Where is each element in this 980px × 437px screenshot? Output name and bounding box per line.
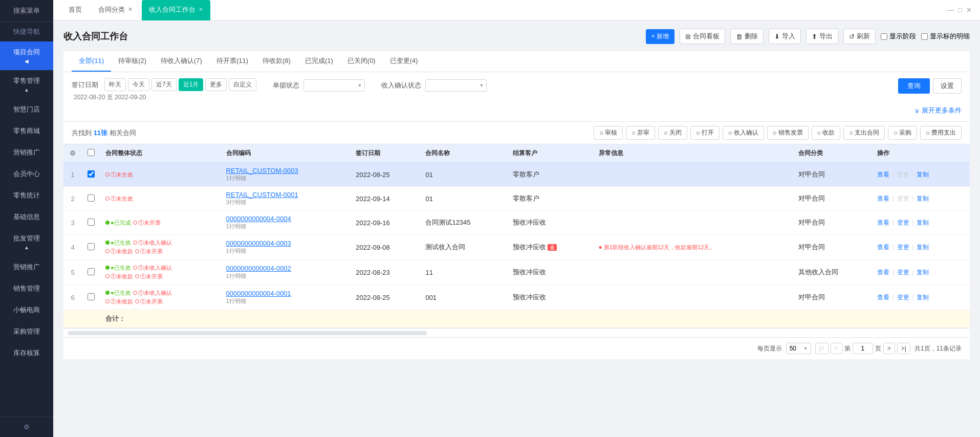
sidebar-settings-button[interactable]: ⚙ — [0, 417, 53, 437]
date-btn-7days[interactable]: 近7天 — [151, 78, 177, 91]
date-btn-today[interactable]: 今天 — [128, 78, 149, 91]
sidebar-search[interactable]: 搜索菜单 — [0, 0, 53, 22]
date-btn-yesterday[interactable]: 昨天 — [104, 78, 126, 91]
new-button[interactable]: + 新增 — [646, 29, 674, 44]
abandon-review-button[interactable]: ○ 弃审 — [626, 126, 655, 140]
sidebar-item-ecommerce[interactable]: 小畅电商 — [0, 299, 53, 321]
sidebar-item-marketing[interactable]: 营销推广 — [0, 142, 53, 163]
status-tab-pending-review[interactable]: 待审核(2) — [111, 51, 154, 72]
close-icon[interactable]: ✕ — [128, 6, 133, 13]
expand-filter-button[interactable]: ∨ 展开更多条件 — [914, 106, 962, 115]
sales-invoice-button[interactable]: ○ 销售发票 — [767, 126, 809, 140]
view-link[interactable]: 查看 — [877, 294, 889, 301]
import-button[interactable]: ⬇ 导入 — [769, 29, 801, 44]
expense-contract-button[interactable]: ○ 支出合同 — [843, 126, 885, 140]
view-link[interactable]: 查看 — [877, 171, 889, 178]
copy-link[interactable]: 复制 — [917, 171, 929, 178]
change-link[interactable]: 变更 — [897, 171, 909, 178]
sidebar-item-inventory[interactable]: 库存核算 — [0, 342, 53, 364]
show-detail-checkbox-label[interactable]: 显示标的明细 — [921, 32, 970, 41]
row-checkbox[interactable] — [88, 268, 95, 275]
income-confirm-button[interactable]: ○ 收入确认 — [723, 126, 764, 140]
view-link[interactable]: 查看 — [877, 244, 889, 251]
select-all-checkbox[interactable] — [88, 149, 95, 156]
next-page-button[interactable]: > — [883, 343, 895, 354]
export-button[interactable]: ⬆ 导出 — [806, 29, 838, 44]
receive-payment-button[interactable]: ○ 收款 — [812, 126, 841, 140]
change-link[interactable]: 变更 — [897, 195, 909, 202]
contract-code-link[interactable]: RETAIL_CUSTOM-0003 — [226, 167, 298, 174]
contract-code-link[interactable]: 0000000000004-0002 — [226, 265, 291, 272]
page-number-input[interactable] — [853, 343, 873, 354]
date-btn-custom[interactable]: 自定义 — [229, 78, 256, 91]
status-tab-all[interactable]: 全部(11) — [72, 51, 111, 72]
sidebar-item-basic-info[interactable]: 基础信息 — [0, 206, 53, 228]
row-checkbox[interactable] — [88, 194, 95, 202]
expense-out-button[interactable]: ○ 费用支出 — [920, 126, 962, 140]
sidebar-quick-nav[interactable]: 快捷导航 — [0, 22, 53, 41]
date-btn-more[interactable]: 更多 — [205, 78, 227, 91]
change-link[interactable]: 变更 — [897, 244, 909, 251]
close-contract-button[interactable]: ○ 关闭 — [658, 126, 687, 140]
tab-home[interactable]: 首页 — [61, 0, 89, 20]
tab-income-contract[interactable]: 收入合同工作台 ✕ — [142, 0, 210, 20]
sidebar-item-purchase-mgmt[interactable]: 采购管理 — [0, 321, 53, 342]
sidebar-item-member-center[interactable]: 会员中心 — [0, 163, 53, 185]
sidebar-item-sales-mgmt[interactable]: 销售管理 — [0, 278, 53, 299]
copy-link[interactable]: 复制 — [917, 294, 929, 301]
sidebar-item-retail-mgmt[interactable]: 零售管理 ▲ — [0, 70, 53, 99]
status-tab-pending-payment[interactable]: 待收款(8) — [255, 51, 298, 72]
copy-link[interactable]: 复制 — [917, 244, 929, 251]
view-link[interactable]: 查看 — [877, 219, 889, 226]
gear-icon[interactable]: ⚙ — [70, 149, 76, 157]
sidebar-item-project-contract[interactable]: 项目合同 ◀ — [0, 41, 53, 70]
status-tab-changed[interactable]: 已变更(4) — [383, 51, 425, 72]
income-confirm-select[interactable] — [425, 79, 487, 92]
minimize-icon[interactable]: — — [947, 6, 954, 14]
per-page-select[interactable]: 10 20 50 100 — [786, 343, 811, 354]
change-link[interactable]: 变更 — [897, 269, 909, 276]
contract-code-link[interactable]: 0000000000004-0004 — [226, 215, 291, 223]
tab-contract-category[interactable]: 合同分类 ✕ — [91, 0, 140, 20]
refresh-button[interactable]: ↺ 刷新 — [843, 29, 876, 44]
change-link[interactable]: 变更 — [897, 219, 909, 226]
status-tab-pending-invoice[interactable]: 待开票(11) — [209, 51, 255, 72]
view-link[interactable]: 查看 — [877, 195, 889, 202]
close-icon[interactable]: ✕ — [199, 6, 203, 13]
row-checkbox[interactable] — [88, 170, 95, 178]
sidebar-item-wholesale-mgmt[interactable]: 批发管理 ▲ — [0, 228, 53, 256]
status-tab-closed[interactable]: 已关闭(0) — [340, 51, 383, 72]
first-page-button[interactable]: |< — [815, 343, 829, 354]
maximize-icon[interactable]: □ — [958, 6, 962, 14]
open-contract-button[interactable]: ○ 打开 — [690, 126, 720, 140]
prev-page-button[interactable]: < — [831, 343, 842, 354]
show-stage-checkbox[interactable] — [881, 33, 887, 40]
contract-code-link[interactable]: 0000000000004-0003 — [226, 239, 291, 247]
doc-status-select[interactable] — [303, 79, 365, 92]
date-btn-1month[interactable]: 近1月 — [179, 78, 204, 91]
copy-link[interactable]: 复制 — [917, 219, 929, 226]
query-button[interactable]: 查询 — [898, 78, 930, 94]
review-button[interactable]: ○ 审核 — [594, 126, 623, 140]
contract-code-link[interactable]: RETAIL_CUSTOM-0001 — [226, 191, 298, 199]
delete-button[interactable]: 🗑 删除 — [730, 29, 764, 44]
sidebar-item-marketing2[interactable]: 营销推广 — [0, 256, 53, 278]
purchase-button[interactable]: ○ 采购 — [888, 126, 917, 140]
copy-link[interactable]: 复制 — [917, 269, 929, 276]
filter-settings-button[interactable]: 设置 — [933, 78, 962, 94]
view-link[interactable]: 查看 — [877, 269, 889, 276]
show-detail-checkbox[interactable] — [921, 33, 928, 40]
show-stage-checkbox-label[interactable]: 显示阶段 — [881, 32, 916, 41]
horizontal-scrollbar[interactable] — [68, 331, 427, 335]
change-link[interactable]: 变更 — [897, 294, 909, 301]
sidebar-item-smart-store[interactable]: 智慧门店 — [0, 99, 53, 120]
row-checkbox[interactable] — [88, 293, 95, 300]
th-gear[interactable]: ⚙ — [63, 144, 82, 163]
sidebar-item-retail-stats[interactable]: 零售统计 — [0, 185, 53, 206]
kanban-button[interactable]: ⊞ 合同看板 — [680, 29, 725, 44]
close-window-icon[interactable]: ✕ — [966, 6, 972, 14]
row-checkbox[interactable] — [88, 243, 95, 250]
status-tab-pending-confirm[interactable]: 待收入确认(7) — [154, 51, 209, 72]
contract-code-link[interactable]: 0000000000004-0001 — [226, 290, 291, 297]
copy-link[interactable]: 复制 — [917, 195, 929, 202]
